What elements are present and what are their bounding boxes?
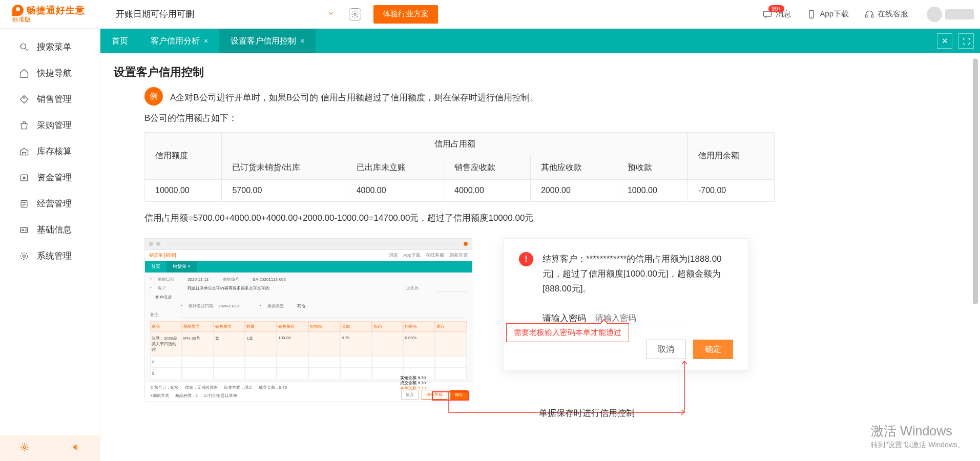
td-v4: 2000.00 [530, 179, 617, 201]
experience-plan-button[interactable]: 体验行业方案 [373, 5, 438, 24]
plan-dropdown[interactable]: 开账日期可停用可删 [116, 8, 335, 20]
warehouse-icon [18, 146, 30, 157]
user-name-placeholder[interactable] [945, 9, 974, 19]
collapse-sidebar-icon[interactable] [69, 442, 80, 455]
mock-cust-label: 客户 [158, 285, 182, 291]
svg-point-14 [24, 446, 26, 448]
mock-foot-label: 应收方式： [224, 385, 244, 390]
mock-foot-label: 金额合计： [150, 385, 171, 390]
mock-rlabel: 成交金额 [400, 381, 416, 385]
settings-icon[interactable] [349, 8, 361, 20]
warning-icon: ! [519, 252, 533, 266]
th-c5: 预收款 [617, 156, 687, 179]
sidebar-item-purchase[interactable]: 采购管理 [0, 112, 100, 138]
td-v5: 1000.00 [617, 179, 687, 201]
online-service-link[interactable]: 在线客服 [864, 9, 908, 19]
tabs-bar: 首页 客户信用分析 × 设置客户信用控制 × ✕ ⛶ [100, 29, 980, 53]
footer-gear-icon[interactable] [19, 442, 30, 455]
user-avatar[interactable] [927, 7, 942, 22]
mock-rval: 9.70 [418, 375, 426, 380]
example-text: A企对B公司进行开单时，如果B公司的 信用占用额超过了信用额度，则在保存时进行信… [170, 90, 538, 106]
example-badge-icon: 例 [144, 87, 163, 106]
svg-point-6 [20, 44, 26, 49]
mock-td: 9.70 [340, 332, 372, 356]
brand-name: 畅捷通好生意 [27, 4, 85, 16]
top-header: 畅捷通好生意 标准版 开账日期可停用可删 体验行业方案 99+ 消息 App下载… [0, 0, 980, 29]
tab-label: 首页 [112, 36, 128, 47]
svg-point-13 [23, 255, 26, 257]
mock-ship-val: 2020-11-13 [218, 304, 239, 308]
mock-title: 销货单 [新增] [149, 252, 176, 259]
sidebar-item-search[interactable]: 搜索菜单 [0, 34, 100, 60]
sidebar-item-business[interactable]: 经营管理 [0, 191, 100, 217]
sidebar-label: 基础信息 [37, 224, 72, 236]
sidebar-label: 销售管理 [37, 93, 72, 105]
mock-ship-label: 预计发货日期 [189, 303, 213, 309]
mock-rlabel: 实销金额 [400, 375, 416, 380]
mock-rval: 9.70 [418, 381, 426, 385]
ok-button[interactable]: 确定 [693, 340, 733, 359]
search-icon [18, 41, 30, 53]
chevron-down-icon [327, 10, 335, 18]
mock-th: 库存 [435, 321, 467, 332]
sidebar-item-quicknav[interactable]: 快捷导航 [0, 60, 100, 86]
report-icon [18, 198, 30, 209]
mock-rval: 9.70 [418, 386, 426, 390]
tab-home[interactable]: 首页 [100, 29, 139, 53]
page-body: 设置客户信用控制 例 A企对B公司进行开单时，如果B公司的 信用占用额超过了信用… [100, 53, 980, 461]
example-block: 例 A企对B公司进行开单时，如果B公司的 信用占用额超过了信用额度，则在保存时进… [144, 90, 888, 106]
mock-th: 金额 [340, 321, 372, 332]
mock-td: 1盒 [245, 332, 277, 356]
mock-tab-home: 首页 [145, 261, 166, 273]
mock-th: 商品 [150, 321, 182, 332]
mock-biz-label: 业务员 [406, 285, 431, 291]
mock-td: IPH-30号 [182, 332, 214, 356]
mock-foot-val: 9.70 [279, 385, 287, 390]
mock-date-label: 单据日期 [158, 277, 182, 282]
sidebar-item-inventory[interactable]: 库存核算 [0, 138, 100, 164]
scrollbar[interactable] [972, 53, 979, 461]
sidebar-item-system[interactable]: 系统管理 [0, 243, 100, 269]
tab-credit-analysis[interactable]: 客户信用分析 × [139, 29, 219, 53]
mock-td: 100.00 [277, 332, 308, 356]
messages-link[interactable]: 99+ 消息 [762, 9, 791, 19]
mock-tab-order: 销货单 × [166, 261, 197, 273]
mock-no-val: SA-20201113-003 [253, 277, 286, 282]
sidebar-item-finance[interactable]: 资金管理 [0, 164, 100, 191]
brand-edition: 标准版 [12, 15, 31, 24]
mock-foot-label: 成交金额： [259, 385, 279, 390]
mock-foot-label: 优惠： [185, 385, 197, 390]
sidebar-item-sales[interactable]: 销售管理 [0, 86, 100, 112]
home-icon [18, 68, 30, 79]
close-icon[interactable]: × [204, 37, 208, 45]
brand-logo-icon [12, 5, 24, 16]
illustration-caption: 单据保存时进行信用控制 [539, 407, 635, 419]
td-v3: 4000.00 [444, 179, 531, 201]
td-v1: 5700.00 [222, 179, 346, 201]
svg-rect-15 [76, 445, 77, 450]
svg-point-12 [20, 253, 27, 259]
svg-point-7 [24, 97, 25, 98]
sidebar-item-basicinfo[interactable]: 基础信息 [0, 217, 100, 243]
fullscreen-button[interactable]: ⛶ [958, 33, 974, 49]
svg-point-11 [22, 229, 24, 230]
th-c2: 已出库未立账 [346, 156, 444, 179]
sidebar: 搜索菜单 快捷导航 销售管理 采购管理 库存核算 资金管理 经营管理 基础信息 [0, 29, 100, 461]
mock-th: 扣率% [403, 321, 435, 332]
sidebar-footer [0, 435, 100, 461]
td-balance: -700.00 [687, 179, 774, 201]
phone-icon [806, 9, 817, 19]
app-download-link[interactable]: App下载 [806, 9, 849, 19]
close-all-tabs-button[interactable]: ✕ [937, 33, 952, 49]
mock-th: 销售单价 [277, 321, 308, 332]
th-c1: 已订货未销货/出库 [222, 156, 346, 179]
illustration: 销货单 [新增]消息App下载在线客服刷新首页 首页销货单 × *单据日期202… [144, 238, 888, 402]
table-row: 10000.00 5700.00 4000.00 4000.00 2000.00… [145, 179, 775, 201]
tab-label: 设置客户信用控制 [231, 36, 296, 47]
messages-badge: 99+ [768, 5, 784, 12]
mock-th: 条码 [372, 321, 404, 332]
cancel-button[interactable]: 取消 [646, 340, 686, 359]
sidebar-label: 资金管理 [37, 172, 72, 183]
close-icon[interactable]: × [300, 37, 304, 45]
tab-credit-control-settings[interactable]: 设置客户信用控制 × [219, 29, 316, 53]
